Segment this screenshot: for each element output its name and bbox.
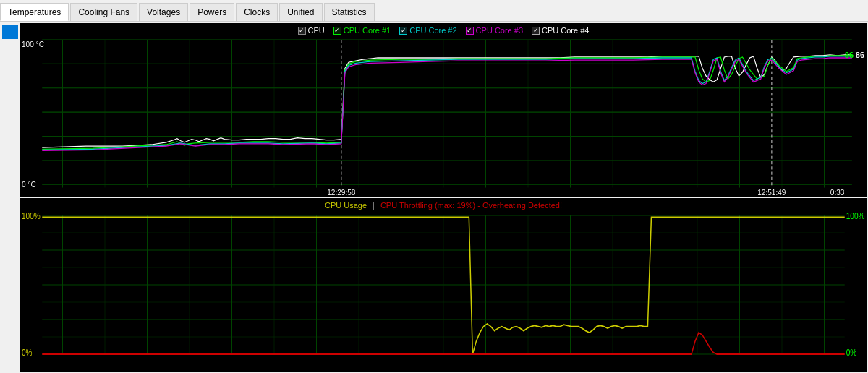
sidebar-strip (0, 22, 20, 373)
svg-text:100%: 100% (22, 211, 41, 220)
svg-text:86: 86 (856, 51, 864, 59)
legend-core1-check[interactable]: ✓ (333, 27, 341, 35)
tab-cooling-fans[interactable]: Cooling Fans (70, 3, 137, 21)
legend-core4-check[interactable]: ✓ (532, 27, 540, 35)
legend-cpu-core1: ✓ CPU Core #1 (333, 26, 391, 35)
svg-text:100 °C: 100 °C (22, 40, 44, 48)
usage-legend-separator: | (373, 201, 375, 210)
tab-clocks[interactable]: Clocks (236, 3, 278, 21)
tab-bar: Temperatures Cooling Fans Voltages Power… (0, 0, 868, 22)
main-content: 100 °C 0 °C 12:29:58 12:51:49 0:33 86 86… (0, 22, 868, 373)
tab-unified[interactable]: Unified (279, 3, 322, 21)
legend-cpu-check[interactable]: ✓ (298, 27, 306, 35)
legend-core3-label: CPU Core #3 (476, 26, 523, 35)
legend-cpu-core3: ✓ CPU Core #3 (466, 26, 523, 35)
usage-legend-throttling-label: CPU Throttling (max: 19%) - Overheating … (380, 201, 562, 210)
svg-text:12:51:49: 12:51:49 (757, 189, 786, 197)
tab-powers[interactable]: Powers (190, 3, 234, 21)
legend-core2-label: CPU Core #2 (409, 26, 456, 35)
svg-text:12:29:58: 12:29:58 (327, 189, 356, 197)
legend-cpu-core4: ✓ CPU Core #4 (532, 26, 589, 35)
legend-core2-check[interactable]: ✓ (399, 27, 407, 35)
svg-text:0 °C: 0 °C (22, 181, 36, 189)
usage-legend-cpu-label: CPU Usage (325, 201, 367, 210)
tab-statistics[interactable]: Statistics (324, 3, 375, 21)
cpu-usage-chart: 100% 0% 100% 0% CPU Usage | CPU Throttli… (20, 198, 867, 372)
svg-text:86: 86 (845, 51, 854, 59)
legend-cpu-label: CPU (308, 26, 325, 35)
legend-core4-label: CPU Core #4 (542, 26, 589, 35)
legend-cpu: ✓ CPU (298, 26, 325, 35)
legend-cpu-core2: ✓ CPU Core #2 (399, 26, 456, 35)
tab-voltages[interactable]: Voltages (139, 3, 188, 21)
legend-core1-label: CPU Core #1 (344, 26, 391, 35)
legend-core3-check[interactable]: ✓ (466, 27, 474, 35)
svg-text:100%: 100% (846, 211, 865, 220)
svg-text:0%: 0% (22, 348, 33, 358)
sidebar-indicator (2, 25, 18, 39)
temperature-chart: 100 °C 0 °C 12:29:58 12:51:49 0:33 86 86… (20, 23, 867, 197)
usage-legend: CPU Usage | CPU Throttling (max: 19%) - … (20, 201, 867, 210)
charts-area: 100 °C 0 °C 12:29:58 12:51:49 0:33 86 86… (20, 22, 868, 373)
svg-text:0%: 0% (846, 348, 857, 358)
temperature-legend: ✓ CPU ✓ CPU Core #1 ✓ CPU Core #2 ✓ CPU … (20, 26, 867, 35)
svg-text:0:33: 0:33 (830, 189, 845, 197)
tab-temperatures[interactable]: Temperatures (0, 3, 69, 21)
